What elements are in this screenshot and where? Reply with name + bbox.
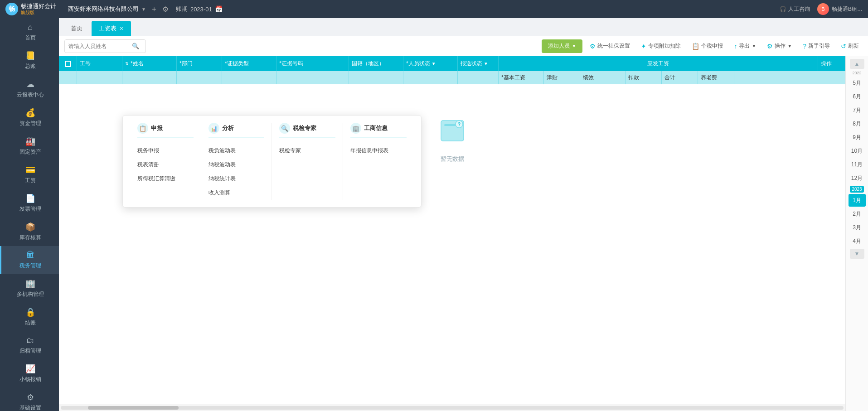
th2-empty xyxy=(59,71,77,84)
dropdown-item-annual-report[interactable]: 年报信息申报表 xyxy=(350,144,407,158)
dropdown-item-tax-declare[interactable]: 税务申报 xyxy=(137,144,194,158)
export-button[interactable]: ↑ 导出 ▼ xyxy=(730,42,760,50)
sidebar-item-inventory[interactable]: 📦 库存核算 xyxy=(0,218,59,246)
th2-pension: 养老费 xyxy=(698,71,734,84)
shenBao-title: 📋 申报 xyxy=(137,123,194,138)
user-area[interactable]: B 畅捷通B组… xyxy=(817,3,863,15)
new-guide-button[interactable]: ? 新手引导 xyxy=(799,42,834,50)
service-label: 人工咨询 xyxy=(788,5,810,13)
refresh-button[interactable]: ↺ 刷新 xyxy=(837,42,863,50)
tab-home-label: 首页 xyxy=(71,24,82,33)
report-filter-icon[interactable]: ▼ xyxy=(484,61,488,66)
status-filter-icon[interactable]: ▼ xyxy=(432,61,436,66)
dropdown-item-pay-stats[interactable]: 纳税统计表 xyxy=(209,172,265,186)
operation-label: 操作 xyxy=(775,42,786,50)
sidebar-item-label: 基础设置 xyxy=(19,404,41,411)
tab-payroll[interactable]: 工资表 ✕ xyxy=(92,21,131,36)
sidebar-item-settings[interactable]: ⚙ 基础设置 xyxy=(0,388,59,411)
sidebar-item-label: 归档管理 xyxy=(19,347,41,355)
sidebar-item-fixed-assets[interactable]: 🏭 固定资产 xyxy=(0,132,59,160)
calendar-nav-down[interactable]: ▼ xyxy=(850,249,864,259)
period-calendar-icon[interactable]: 📅 xyxy=(215,5,223,13)
shuiJian-icon: 🔍 xyxy=(279,123,290,134)
inventory-icon: 📦 xyxy=(25,222,35,232)
service-button[interactable]: 🎧 人工咨询 xyxy=(780,5,810,13)
export-icon: ↑ xyxy=(734,43,737,50)
select-all-checkbox[interactable] xyxy=(65,61,71,67)
company-name: 西安虾米网络科技有限公司 xyxy=(68,5,139,13)
export-label: 导出 xyxy=(739,42,750,50)
table-header-row1: 工号 ⇅ *姓名 *部门 *证据类型 xyxy=(59,56,845,71)
tab-bar: 首页 工资表 ✕ xyxy=(59,18,868,36)
cal-month-2022-05[interactable]: 5月 xyxy=(849,77,866,89)
sidebar-item-payroll[interactable]: 💳 工资 xyxy=(0,160,59,189)
cal-month-2022-11[interactable]: 11月 xyxy=(849,158,866,171)
add-person-button[interactable]: 添加人员 ▼ xyxy=(542,39,582,53)
search-input-wrap[interactable]: 🔍 xyxy=(64,39,146,53)
sidebar-item-ledger[interactable]: 📒 总账 xyxy=(0,46,59,75)
sidebar-item-multi-org[interactable]: 🏢 多机构管理 xyxy=(0,274,59,303)
th-report-status: 报送状态 ▼ xyxy=(458,56,499,71)
special-deduction-icon: ✦ xyxy=(641,43,646,50)
user-label: 畅捷通B组… xyxy=(832,5,863,13)
sidebar-item-tax[interactable]: 🏛 税务管理 xyxy=(0,246,59,274)
th2-performance: 绩效 xyxy=(580,71,626,84)
tax-icon: 🏛 xyxy=(26,251,34,260)
social-security-icon: ⚙ xyxy=(590,43,596,50)
top-bar: 畅 畅捷通好会计 旗舰版 西安虾米网络科技有限公司 ▼ ＋ ⚙ 账期 2023-… xyxy=(0,0,868,18)
sidebar-item-archive[interactable]: 🗂 归档管理 xyxy=(0,331,59,359)
shuiJian-title: 🔍 税检专家 xyxy=(279,123,335,138)
cal-month-2022-12[interactable]: 12月 xyxy=(849,172,866,184)
scroll-thumb[interactable] xyxy=(88,406,179,410)
dropdown-item-tax-expert[interactable]: 税检专家 xyxy=(279,144,335,158)
sidebar-item-cloud-report[interactable]: ☁ 云报表中心 xyxy=(0,75,59,103)
sidebar-item-label: 发票管理 xyxy=(19,205,41,213)
dropdown-menu: 📋 申报 税务申报 税表清册 所得税汇算清缴 📊 分析 税负波动表 纳税波动表 … xyxy=(122,115,422,208)
cal-month-2022-08[interactable]: 8月 xyxy=(849,117,866,130)
scroll-track[interactable] xyxy=(61,406,844,410)
cal-month-2022-06[interactable]: 6月 xyxy=(849,90,866,103)
company-chevron-icon: ▼ xyxy=(141,7,146,12)
sidebar-item-fund[interactable]: 💰 资金管理 xyxy=(0,103,59,132)
th-checkbox[interactable] xyxy=(59,56,77,71)
special-deduction-label: 专项附加扣除 xyxy=(648,42,681,50)
th2-base-salary: *基本工资 xyxy=(499,71,544,84)
cal-month-2023-02[interactable]: 2月 xyxy=(849,208,866,220)
social-security-button[interactable]: ⚙ 统一社保设置 xyxy=(586,42,634,50)
fund-icon: 💰 xyxy=(25,108,35,118)
period-label: 账期 xyxy=(176,5,188,13)
cal-month-2022-09[interactable]: 9月 xyxy=(849,131,866,144)
table-area: 工号 ⇅ *姓名 *部门 *证据类型 xyxy=(59,56,845,411)
dropdown-item-pay-fluctuation[interactable]: 纳税波动表 xyxy=(209,158,265,172)
headset-icon: 🎧 xyxy=(780,6,786,12)
tab-home[interactable]: 首页 xyxy=(63,21,90,36)
search-input[interactable] xyxy=(68,43,132,49)
dropdown-item-income-tax[interactable]: 所得税汇算清缴 xyxy=(137,172,194,186)
cal-month-2023-01[interactable]: 1月 xyxy=(849,194,866,207)
settings-icon[interactable]: ⚙ xyxy=(162,5,169,14)
cloud-icon: ☁ xyxy=(26,79,34,89)
cal-month-2023-04[interactable]: 4月 xyxy=(849,235,866,247)
logo-icon: 畅 xyxy=(5,3,18,15)
special-deduction-button[interactable]: ✦ 专项附加扣除 xyxy=(637,42,684,50)
payroll-icon: 💳 xyxy=(25,165,35,175)
invoice-icon: 📄 xyxy=(25,193,35,203)
closing-icon: 🔒 xyxy=(25,307,35,317)
calendar-nav-up[interactable]: ▲ xyxy=(850,59,864,69)
cal-month-2022-10[interactable]: 10月 xyxy=(849,145,866,157)
sidebar-item-sales[interactable]: 📈 小畅报销 xyxy=(0,359,59,388)
tab-close-icon[interactable]: ✕ xyxy=(119,25,124,32)
personal-tax-button[interactable]: 📋 个税申报 xyxy=(688,42,727,50)
dropdown-item-income-calc[interactable]: 收入测算 xyxy=(209,186,265,200)
sidebar-item-home[interactable]: ⌂ 首页 xyxy=(0,18,59,46)
operation-button[interactable]: ⚙ 操作 ▼ xyxy=(763,42,795,50)
sidebar-item-invoice[interactable]: 📄 发票管理 xyxy=(0,189,59,218)
gongShang-icon: 🏢 xyxy=(350,123,361,134)
cal-month-2022-07[interactable]: 7月 xyxy=(849,104,866,116)
dropdown-item-tax-fluctuation[interactable]: 税负波动表 xyxy=(209,144,265,158)
cal-month-2023-03[interactable]: 3月 xyxy=(849,221,866,234)
add-icon[interactable]: ＋ xyxy=(150,5,158,14)
sidebar-item-closing[interactable]: 🔒 结账 xyxy=(0,303,59,331)
dropdown-item-tax-table[interactable]: 税表清册 xyxy=(137,158,194,172)
company-selector[interactable]: 西安虾米网络科技有限公司 ▼ xyxy=(68,5,146,13)
